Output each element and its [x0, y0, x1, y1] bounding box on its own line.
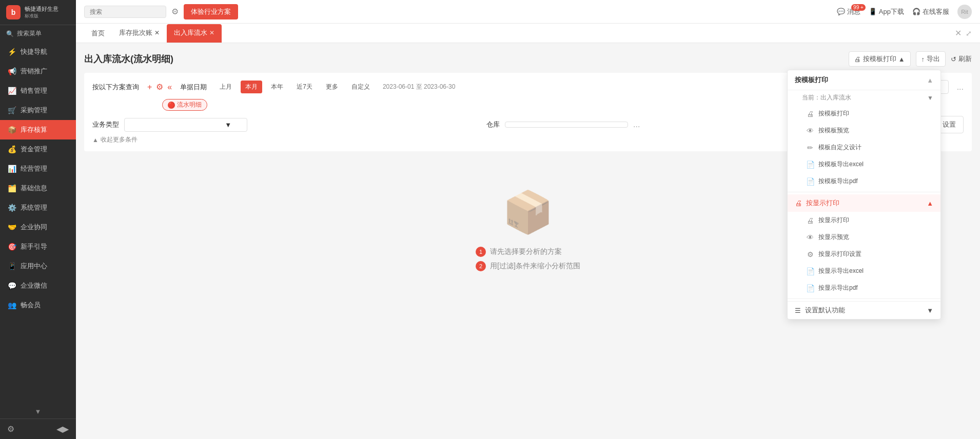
refresh-button[interactable]: ↺ 刷新 [951, 54, 972, 64]
filter-settings-icon[interactable]: ⚙ [156, 82, 163, 92]
dropdown-item-print-settings[interactable]: ⚙ 按显示打印设置 [788, 246, 940, 263]
export-button[interactable]: ↑ 导出 [916, 51, 946, 67]
main-area: ⚙ 体验行业方案 💬 消息 99 + 📱 App下载 🎧 在线客服 Rit 首页 [76, 0, 980, 439]
page-title: 出入库流水(流水明细) [84, 53, 173, 65]
filter-biz-type-group: 业务类型 ▼ [92, 118, 466, 132]
flow-tab-label: 出入库流水 [174, 28, 207, 37]
sidebar-item-app-center[interactable]: 📱应用中心 [0, 256, 76, 276]
warehouse-more-icon[interactable]: ... [633, 120, 640, 129]
sidebar-item-wechat[interactable]: 💬企业微信 [0, 276, 76, 295]
sidebar-item-label-sales: 销售管理 [21, 86, 47, 95]
topbar-right: 💬 消息 99 + 📱 App下载 🎧 在线客服 Rit [837, 5, 972, 19]
add-filter-icon[interactable]: + [147, 83, 152, 92]
date-btn-more[interactable]: 更多 [321, 81, 343, 93]
app-download-icon: 📱 [869, 8, 877, 15]
biz-type-label: 业务类型 [92, 120, 119, 129]
default-icon: ☰ [795, 307, 801, 314]
pdf-display-icon: 📄 [806, 284, 814, 292]
industry-solution-button[interactable]: 体验行业方案 [184, 4, 238, 19]
page-header: 出入库流水(流水明细) 🖨 按模板打印 ▲ ↑ 导出 ↺ 刷新 [84, 51, 972, 67]
tab-bar-expand-icon[interactable]: ⤢ [966, 29, 972, 37]
sidebar-scroll-down[interactable]: ▼ [0, 405, 76, 418]
refresh-icon: ↺ [951, 55, 956, 63]
sidebar-item-system[interactable]: ⚙️系统管理 [0, 198, 76, 217]
sidebar-item-member[interactable]: 👥畅会员 [0, 295, 76, 315]
dropdown-item-export-excel-template[interactable]: 📄 按模板导出excel [788, 156, 940, 173]
sidebar-item-basic[interactable]: 🗂️基础信息 [0, 178, 76, 198]
tabs-bar: 首页 库存批次账 ✕ 出入库流水 ✕ ✕ ⤢ [76, 24, 980, 43]
biz-type-select[interactable]: ▼ [124, 118, 247, 132]
dropdown-footer-label: 设置默认功能 [805, 306, 845, 315]
search-icon: 🔍 [6, 30, 14, 37]
warehouse-select[interactable] [505, 122, 628, 128]
dropdown-item-print-template[interactable]: 🖨 按模板打印 [788, 105, 940, 122]
empty-steps: 1 请先选择要分析的方案 2 用[过滤]条件来缩小分析范围 [476, 247, 580, 275]
print-chevron-up: ▲ [898, 55, 905, 63]
filter-collapse-icon[interactable]: « [167, 83, 172, 92]
sidebar-item-guide[interactable]: 🎯新手引导 [0, 237, 76, 256]
sidebar: b 畅捷通好生意 标准版 🔍 搜索菜单 ⚡快捷导航📢营销推广📈销售管理🛒采购管理… [0, 0, 76, 439]
tab-home[interactable]: 首页 [84, 25, 112, 42]
date-btn-this-month[interactable]: 本月 [241, 81, 262, 93]
dropdown-chevron-up[interactable]: ▲ [927, 76, 933, 84]
refresh-label: 刷新 [958, 54, 972, 64]
dropdown-item-custom-design[interactable]: ✏ 模板自定义设计 [788, 139, 940, 156]
topbar-search-input[interactable] [84, 6, 166, 18]
dropdown-display-section[interactable]: 🖨 按显示打印 ▲ [788, 194, 940, 212]
print-template-button[interactable]: 🖨 按模板打印 ▲ [849, 51, 911, 67]
date-btn-7days[interactable]: 近7天 [292, 81, 317, 93]
home-tab-label: 首页 [91, 29, 105, 38]
dropdown-set-default[interactable]: ☰ 设置默认功能 ▼ [788, 301, 940, 319]
date-range-display: 2023-06-01 至 2023-06-30 [383, 83, 455, 91]
dropdown-current-label[interactable]: 当前：出入库流水 ▼ [788, 90, 940, 105]
printer-display-icon: 🖨 [806, 216, 814, 225]
current-template-label: 当前：出入库流水 [802, 93, 851, 102]
doc-type-more-icon[interactable]: ... [957, 83, 964, 92]
app-center-icon: 📱 [7, 262, 16, 270]
tab-bar-close-icon[interactable]: ✕ [955, 28, 962, 38]
collapse-sidebar-icon[interactable]: ◀▶ [56, 424, 69, 434]
tab-flow[interactable]: 出入库流水 ✕ [167, 24, 222, 43]
dropdown-item-export-excel-display[interactable]: 📄 按显示导出excel [788, 263, 940, 280]
inventory-icon: 📦 [7, 126, 16, 134]
sidebar-item-marketing[interactable]: 📢营销推广 [0, 62, 76, 81]
sidebar-bottom: ⚙ ◀▶ [0, 418, 76, 439]
filter-tag-icon: 🔴 [168, 102, 175, 109]
online-service-label: 在线客服 [923, 7, 949, 16]
sidebar-item-inventory[interactable]: 📦库存核算 [0, 120, 76, 139]
sidebar-item-finance[interactable]: 💰资金管理 [0, 139, 76, 159]
sidebar-item-quick-nav[interactable]: ⚡快捷导航 [0, 42, 76, 62]
settings-icon[interactable]: ⚙ [7, 424, 14, 434]
online-service-button[interactable]: 🎧 在线客服 [912, 7, 949, 16]
tab-flow-close[interactable]: ✕ [209, 29, 214, 36]
sidebar-item-enterprise[interactable]: 🤝企业协同 [0, 217, 76, 237]
app-download-label: App下载 [879, 7, 904, 16]
message-button[interactable]: 💬 消息 99 + [837, 7, 860, 16]
date-btn-custom[interactable]: 自定义 [347, 81, 375, 93]
sidebar-search-label: 搜索菜单 [17, 29, 42, 38]
dropdown-item-export-pdf-display[interactable]: 📄 按显示导出pdf [788, 280, 940, 296]
tab-batch-account-close[interactable]: ✕ [154, 29, 160, 36]
date-btn-this-year[interactable]: 本年 [266, 81, 288, 93]
logo-version: 标准版 [25, 13, 58, 19]
sidebar-item-operations[interactable]: 📊经营管理 [0, 159, 76, 178]
dropdown-item-print-display[interactable]: 🖨 按显示打印 [788, 212, 940, 229]
excel-icon: 📄 [806, 161, 814, 169]
dropdown-item-label-4: 按模板导出pdf [818, 177, 858, 186]
dropdown-display-label-4: 按显示导出pdf [818, 284, 858, 292]
sales-icon: 📈 [7, 87, 16, 95]
app-download-button[interactable]: 📱 App下载 [869, 7, 904, 16]
sidebar-item-sales[interactable]: 📈销售管理 [0, 81, 76, 101]
tab-batch-account[interactable]: 库存批次账 ✕ [112, 24, 167, 43]
dropdown-item-preview-display[interactable]: 👁 按显示预览 [788, 229, 940, 246]
dropdown-item-export-pdf-template[interactable]: 📄 按模板导出pdf [788, 173, 940, 190]
user-avatar[interactable]: Rit [957, 5, 972, 19]
dropdown-item-preview-template[interactable]: 👁 按模板预览 [788, 122, 940, 139]
sidebar-item-purchase[interactable]: 🛒采购管理 [0, 101, 76, 120]
sidebar-search[interactable]: 🔍 搜索菜单 [0, 25, 76, 42]
topbar-gear-icon[interactable]: ⚙ [171, 7, 179, 16]
sidebar-item-label-enterprise: 企业协同 [21, 223, 47, 232]
date-btn-last-month[interactable]: 上月 [215, 81, 237, 93]
dropdown-divider [788, 192, 940, 192]
date-filter-label: 单据日期 [180, 83, 207, 92]
